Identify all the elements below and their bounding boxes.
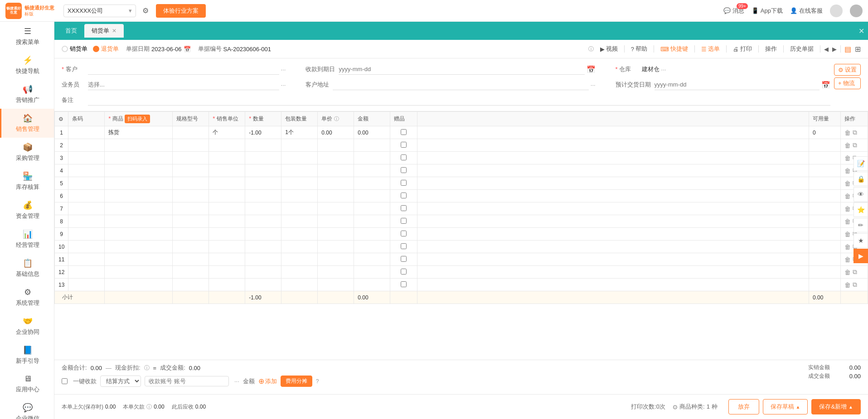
radio-return-order[interactable]: 退货单 <box>93 45 119 53</box>
list-view-icon[interactable]: ▤ <box>844 45 851 53</box>
sidebar-item-system[interactable]: ⚙ 系统管理 <box>0 283 54 312</box>
settings-button[interactable]: ⚙ 设置 <box>834 64 861 76</box>
sidebar-item-collab[interactable]: 🤝 企业协同 <box>0 312 54 341</box>
grid-view-icon[interactable]: ⊞ <box>855 45 861 53</box>
price-1[interactable]: 0.00 <box>318 126 354 139</box>
sidebar-item-wechat[interactable]: 💬 企业微信 <box>0 398 54 419</box>
amount-1[interactable]: 0.00 <box>354 126 390 139</box>
copy-icon[interactable]: ⧉ <box>853 281 857 289</box>
sidebar-item-sales[interactable]: 🏠 销售管理 <box>0 109 54 138</box>
company-selector[interactable]: XXXXXX公司 ▾ <box>63 5 136 17</box>
receive-date-calendar-icon[interactable]: 📅 <box>587 65 596 74</box>
spec-1[interactable] <box>173 126 209 139</box>
delete-icon[interactable]: 🗑 <box>844 205 851 212</box>
product-1[interactable]: 拣货 <box>105 126 173 139</box>
copy-icon[interactable]: ⧉ <box>853 268 857 276</box>
user-avatar2[interactable] <box>850 5 863 17</box>
save-new-button[interactable]: 保存&新增 ▲ <box>811 399 861 414</box>
payment-method-select[interactable]: 结算方式 <box>100 376 141 387</box>
video-btn[interactable]: ▶ 视频 <box>597 43 621 54</box>
arrears-info-icon[interactable]: ⓘ <box>146 403 152 411</box>
fee-split-btn[interactable]: 费用分摊 <box>281 376 312 387</box>
unit-1[interactable]: 个 <box>209 126 245 139</box>
th-gear[interactable]: ⚙ <box>55 112 68 126</box>
barcode-1[interactable] <box>68 126 105 139</box>
add-payment-btn[interactable]: ⊕ 添加 <box>258 377 277 385</box>
order-num-value[interactable]: SA-20230606-001 <box>223 46 272 53</box>
experience-button[interactable]: 体验行业方案 <box>156 4 206 18</box>
date-value[interactable]: 2023-06-06 <box>151 46 182 53</box>
next-icon[interactable]: ▶ <box>832 46 837 53</box>
float-btn-3[interactable]: 👁 <box>853 187 868 202</box>
remark-input[interactable] <box>88 95 830 106</box>
delete-icon[interactable]: 🗑 <box>844 142 851 149</box>
sidebar-item-purchase[interactable]: 📦 采购管理 <box>0 138 54 167</box>
save-draft-button[interactable]: 保存草稿 ▲ <box>763 399 808 414</box>
addr-more-icon[interactable]: ··· <box>591 82 596 88</box>
print-btn[interactable]: 🖨 打印 <box>730 43 755 54</box>
tab-home[interactable]: 首页 <box>58 24 84 38</box>
prev-icon[interactable]: ◀ <box>824 46 829 53</box>
sidebar-item-finance[interactable]: 💰 资金管理 <box>0 196 54 225</box>
company-gear-button[interactable]: ⚙ <box>139 4 152 18</box>
delete-icon[interactable]: 🗑 <box>844 180 851 187</box>
float-btn-6[interactable]: ★ <box>853 233 868 248</box>
float-btn-5[interactable]: ✏ <box>853 218 868 232</box>
discard-button[interactable]: 放弃 <box>728 399 759 414</box>
pack-qty-1[interactable]: 1个 <box>281 126 318 139</box>
delete-icon[interactable]: 🗑 <box>844 167 851 174</box>
sidebar-item-marketing[interactable]: 📢 营销推广 <box>0 80 54 109</box>
sidebar-item-quicknav[interactable]: ⚡ 快捷导航 <box>0 51 54 80</box>
copy-icon[interactable]: ⧉ <box>853 141 857 149</box>
delete-icon[interactable]: 🗑 <box>844 269 851 276</box>
calendar-icon[interactable]: 📅 <box>184 46 191 53</box>
one-click-pay-checkbox[interactable] <box>62 378 68 384</box>
tab-close-icon[interactable]: ✕ <box>112 28 116 34</box>
radio-sales-order[interactable]: 销货单 <box>62 45 87 53</box>
logistics-button[interactable]: + 物流 <box>834 77 861 89</box>
delete-icon[interactable]: 🗑 <box>844 154 851 162</box>
message-item[interactable]: 💬 消息 99+ <box>723 7 744 15</box>
delete-icon[interactable]: 🗑 <box>844 281 851 289</box>
scan-btn[interactable]: 扫码录入 <box>125 115 150 123</box>
warehouse-value[interactable]: 建材仓 <box>642 65 659 73</box>
customer-input[interactable] <box>88 64 279 75</box>
sidebar-item-search[interactable]: ☰ 搜索菜单 <box>0 22 54 51</box>
sidebar-item-inventory[interactable]: 🏪 库存核算 <box>0 167 54 196</box>
help-btn[interactable]: ? 帮助 <box>628 43 650 54</box>
sidebar-item-basic[interactable]: 📋 基础信息 <box>0 254 54 283</box>
delivery-date-calendar-icon[interactable]: 📅 <box>821 81 830 89</box>
user-avatar[interactable] <box>830 5 843 17</box>
history-btn[interactable]: 历史单据 <box>787 43 816 54</box>
delivery-date-input[interactable] <box>655 79 820 90</box>
salesman-input[interactable] <box>88 79 279 90</box>
fee-help-icon[interactable]: ? <box>316 378 319 385</box>
tab-sales-order[interactable]: 销货单 ✕ <box>84 24 124 38</box>
delete-icon-1[interactable]: 🗑 <box>844 129 851 136</box>
operation-btn[interactable]: 操作 <box>762 43 780 54</box>
float-btn-orange[interactable]: ▶ <box>853 249 868 263</box>
sidebar-item-operation[interactable]: 📊 经营管理 <box>0 225 54 254</box>
delete-icon[interactable]: 🗑 <box>844 218 851 225</box>
warehouse-more-icon[interactable]: ··· <box>661 66 666 73</box>
shortcut-btn[interactable]: ⌨ 快捷键 <box>658 43 691 54</box>
tab-close-all-icon[interactable]: ✕ <box>858 27 864 35</box>
delete-icon[interactable]: 🗑 <box>844 256 851 263</box>
salesman-more-icon[interactable]: ··· <box>281 82 286 88</box>
qty-1[interactable]: -1.00 <box>245 126 281 139</box>
receive-date-input[interactable] <box>339 64 584 75</box>
float-btn-2[interactable]: 🔒 <box>853 172 868 186</box>
delete-icon[interactable]: 🗑 <box>844 231 851 238</box>
sidebar-item-appstore[interactable]: 🖥 应用中心 <box>0 370 54 398</box>
account-input[interactable] <box>145 376 229 386</box>
customer-addr-input[interactable] <box>333 79 588 90</box>
online-service-item[interactable]: 👤 在线客服 <box>790 7 823 15</box>
sidebar-item-guide[interactable]: 📘 新手引导 <box>0 341 54 370</box>
delete-icon[interactable]: 🗑 <box>844 193 851 200</box>
select-btn[interactable]: ☰ 选单 <box>698 43 723 54</box>
gift-1[interactable] <box>390 126 417 139</box>
gift-checkbox-1[interactable] <box>401 129 407 135</box>
float-btn-4[interactable]: ⭐ <box>853 202 868 217</box>
customer-more-icon[interactable]: ··· <box>281 66 286 73</box>
account-more-icon[interactable]: ··· <box>234 378 239 385</box>
